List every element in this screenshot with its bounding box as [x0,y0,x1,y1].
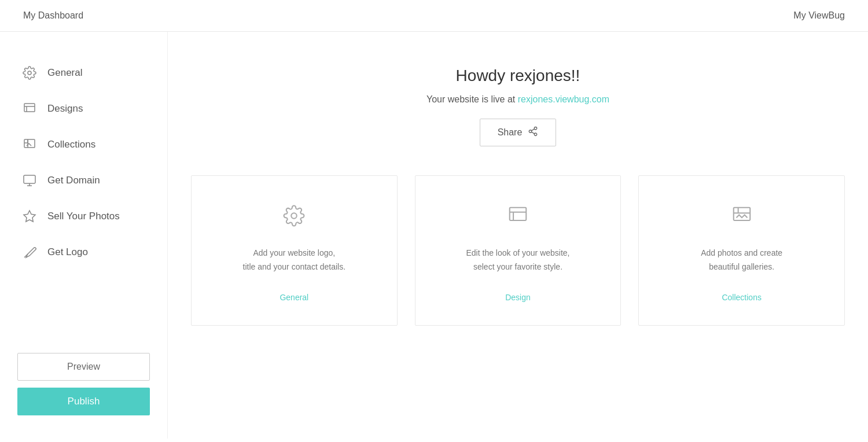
svg-point-12 [529,130,532,133]
card-general: Add your website logo,title and your con… [191,175,398,326]
monitor-icon [22,173,37,188]
svg-point-16 [292,213,297,219]
svg-rect-1 [24,104,35,112]
svg-point-0 [28,71,31,75]
gear-icon [22,65,37,80]
sidebar: General Designs Collections Get Domain [0,32,168,439]
pencil-icon [22,245,37,260]
sidebar-item-collections[interactable]: Collections [17,127,150,163]
sidebar-item-designs[interactable]: Designs [17,91,150,127]
svg-point-11 [535,127,538,130]
svg-line-14 [532,132,535,134]
website-url-link[interactable]: rexjones.viewbug.com [518,94,609,104]
sidebar-item-get-domain[interactable]: Get Domain [17,163,150,198]
card-collections-desc: Add photos and createbeautiful galleries… [701,246,782,281]
sidebar-label-designs: Designs [47,103,83,115]
sidebar-label-get-logo: Get Logo [47,246,88,258]
card-collections: Add photos and createbeautiful galleries… [638,175,845,326]
cards-section: Add your website logo,title and your con… [191,175,845,326]
sidebar-label-general: General [47,67,82,79]
star-icon [22,209,37,224]
website-live-text: Your website is live at rexjones.viewbug… [191,94,845,105]
top-nav: My Dashboard My ViewBug [0,0,868,32]
sidebar-label-collections: Collections [47,139,95,150]
dashboard-title: My Dashboard [23,10,83,21]
designs-icon [22,101,37,116]
card-design-desc: Edit the look of your website,select you… [466,246,570,281]
svg-rect-6 [24,175,35,183]
sidebar-label-get-domain: Get Domain [47,175,100,186]
main-content: Howdy rexjones!! Your website is live at… [168,32,868,439]
card-design-link[interactable]: Design [505,293,531,302]
preview-button[interactable]: Preview [17,353,150,381]
share-label: Share [498,127,523,138]
card-gear-icon [283,205,305,229]
sidebar-label-sell-photos: Sell Your Photos [47,211,120,222]
card-collections-icon [731,205,753,229]
collections-icon [22,137,37,152]
layout: General Designs Collections Get Domain [0,32,868,439]
svg-point-13 [535,133,538,136]
welcome-section: Howdy rexjones!! Your website is live at… [191,67,845,146]
card-general-desc: Add your website logo,title and your con… [243,246,345,281]
sidebar-item-get-logo[interactable]: Get Logo [17,234,150,270]
svg-line-15 [532,129,535,131]
share-icon [528,126,538,139]
card-designs-icon [507,205,529,229]
share-button[interactable]: Share [480,119,557,146]
card-collections-link[interactable]: Collections [722,293,761,302]
card-design: Edit the look of your website,select you… [415,175,621,326]
svg-marker-9 [24,211,35,222]
sidebar-item-sell-photos[interactable]: Sell Your Photos [17,198,150,234]
svg-rect-17 [510,208,527,220]
sidebar-nav: General Designs Collections Get Domain [17,55,150,341]
card-general-link[interactable]: General [279,293,308,302]
publish-button[interactable]: Publish [17,388,150,415]
welcome-title: Howdy rexjones!! [191,67,845,85]
my-viewbug-link[interactable]: My ViewBug [793,10,845,21]
sidebar-item-general[interactable]: General [17,55,150,91]
sidebar-buttons: Preview Publish [17,353,150,415]
